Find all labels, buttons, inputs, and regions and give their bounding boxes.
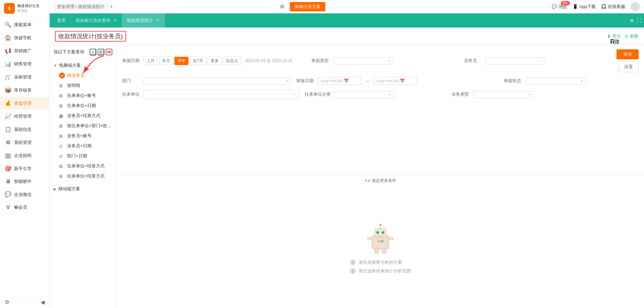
date-tab-custom[interactable]: 自定义 — [223, 57, 241, 65]
sidebar-item-collab[interactable]: 🏢 企业协同 — [0, 149, 49, 162]
content-area: 收款情况统计(按业务员) ⬆ 导出 ↻ 刷新 按以下方案查询 + — [50, 28, 644, 308]
voucher-status-chevron: ▾ — [581, 79, 583, 83]
scheme-item-salesman-date[interactable]: ⊙ 业务员+日期 — [50, 141, 116, 151]
scheme-item-dept-date[interactable]: ⊙ 部门+日期 — [50, 151, 116, 161]
online-service-button[interactable]: 🎧 在线客服 — [601, 4, 625, 10]
sidebar-item-purchase[interactable]: 🛒 采购管理 — [0, 70, 49, 84]
sidebar-item-management[interactable]: 📈 经营管理 — [0, 110, 49, 123]
customer-category-select[interactable]: ▾ — [333, 91, 394, 98]
sidebar-item-quicknav[interactable]: 🏠 快捷导航 — [0, 31, 49, 44]
scheme-item-salesman-account[interactable]: ⊞ 业务员+账号 — [50, 131, 116, 141]
message-button[interactable]: 💬 消息 99+ — [552, 4, 567, 10]
sidebar: 6 畅捷通好生意 标准版 🔍 搜索菜单 🏠 快捷导航 📢 营销推广 📊 销售管理… — [0, 0, 50, 308]
audit-date-end-input[interactable]: yyyy-mm-dd 📅 — [374, 77, 417, 85]
scheme-add-button[interactable]: + — [90, 49, 96, 55]
date-tab-this-month[interactable]: 本月 — [159, 57, 173, 65]
sidebar-item-guide[interactable]: 🎯 新手引导 — [0, 162, 49, 175]
scheme-item-customer-dept-collect[interactable]: ⊞ 按往来单位+部门+收... — [50, 121, 116, 131]
filter-field-voucher-type: 单据类型 ▾ — [311, 57, 459, 64]
content-body: 按以下方案查询 + ⚙ ≪ — [50, 45, 644, 308]
scheme-mobile-group: ▶ 移动端方案 — [50, 183, 116, 195]
scheme-item-customer-date[interactable]: ⊞ 往来单位+日期 — [50, 101, 116, 111]
voucher-type-select[interactable]: ▾ — [333, 57, 393, 64]
sidebar-collapse-icon[interactable]: ◀ — [41, 299, 45, 305]
search-icon: 🔍 — [5, 21, 11, 28]
sidebar-setting-icon[interactable]: ⚙ — [5, 299, 9, 305]
date-tab-this-year[interactable]: 本年 — [174, 57, 189, 65]
sidebar-item-hardware[interactable]: 🖥 智能硬件 — [0, 175, 49, 188]
breadcrumb: 资金管理 / 收款情况统计 — [54, 3, 108, 11]
scheme-setting-button[interactable]: ⚙ — [98, 49, 104, 55]
filter-field-business-type: 业务类型 ▾ — [451, 91, 593, 98]
app-download-button[interactable]: 📱 App下载 — [573, 4, 596, 10]
message-badge: 99+ — [561, 1, 570, 5]
tab-close-receipt-stats[interactable]: ✕ — [156, 18, 160, 23]
scheme-item-detail[interactable]: ⊞ 按明细 — [50, 81, 116, 91]
sidebar-item-search[interactable]: 🔍 搜索菜单 — [0, 18, 49, 31]
sidebar-item-wechat[interactable]: 💬 企业微信 — [0, 188, 49, 201]
home-icon: 🏠 — [5, 35, 11, 41]
scheme-item-salesman[interactable]: ● 按业务员 — [50, 70, 116, 81]
set-button[interactable]: 设置 — [619, 61, 639, 72]
refresh-icon: ↻ — [625, 34, 629, 39]
collapse-icon: ∧∧ — [365, 178, 371, 183]
tab-fullscreen-icon[interactable]: ⛶ — [637, 18, 641, 23]
date-tab-more[interactable]: 更多 — [208, 57, 222, 65]
tab-close-bank-flow[interactable]: ✕ — [114, 18, 117, 23]
date-tab-7days[interactable]: 近7天 — [190, 57, 206, 65]
tab-home[interactable]: 首页 — [52, 13, 71, 28]
trial-button[interactable]: 体验行业方案 — [290, 2, 325, 11]
dropdown-icon[interactable]: ▾ — [110, 4, 113, 9]
dept-select[interactable]: ▾ — [144, 78, 291, 85]
salesman-select[interactable]: ··· — [485, 57, 546, 64]
svg-point-4 — [382, 231, 384, 234]
scheme-item-salesman-settlement[interactable]: ▦ 业务员+结算方式 — [50, 111, 116, 121]
tab-bank-flow[interactable]: 现金银行流水查询 ✕ — [71, 13, 122, 28]
top-bar-left: 资金管理 / 收款情况统计 ▾ — [54, 3, 280, 11]
top-bar-actions: ⚙ 体验行业方案 — [280, 2, 325, 11]
sidebar-nav: 🔍 搜索菜单 🏠 快捷导航 📢 营销推广 📊 销售管理 🛒 采购管理 📦 库存核… — [0, 17, 49, 296]
detail-icon: ⊞ — [59, 83, 65, 88]
sidebar-item-finance[interactable]: 💰 资金管理 — [0, 97, 49, 110]
business-type-select[interactable]: ▾ — [473, 91, 533, 98]
settings-icon[interactable]: ⚙ — [280, 3, 284, 10]
sidebar-item-sales[interactable]: 📊 销售管理 — [0, 57, 49, 70]
filter-field-salesman: 业务员 ··· — [464, 57, 611, 64]
sidebar-item-inventory[interactable]: 📦 库存核算 — [0, 84, 49, 97]
mobile-expand-icon: ▶ — [54, 187, 56, 191]
audit-date-start-input[interactable]: yyyy-mm-dd 📅 — [318, 77, 361, 85]
tab-close-all-icon[interactable]: ✕ — [630, 17, 634, 24]
scheme-sidebar: 按以下方案查询 + ⚙ ≪ — [50, 45, 117, 308]
svg-point-11 — [377, 240, 380, 243]
hint-item-2: 2 用过滤条件来缩小分析范围 — [350, 268, 411, 274]
top-bar: 资金管理 / 收款情况统计 ▾ ⚙ 体验行业方案 💬 消息 99+ 📱 App下… — [50, 0, 644, 13]
scheme-item-customer-settlement1[interactable]: ⊞ 往来单位+结算方式 — [50, 161, 116, 171]
marketing-icon: 📢 — [5, 48, 11, 54]
scheme-group-header-mobile[interactable]: ▶ 移动端方案 — [50, 184, 116, 194]
tab-receipt-stats[interactable]: 收款情况统计 ✕ — [122, 13, 165, 28]
sidebar-item-member[interactable]: V 畅会员 — [0, 201, 49, 214]
svg-point-3 — [376, 231, 379, 234]
customer-select[interactable]: ··· — [144, 90, 299, 99]
filter-field-customer: 往来单位 ··· — [122, 90, 299, 99]
date-range-text: 2023-01-01 至 2023-12-31 — [245, 58, 292, 64]
collapse-bar[interactable]: ∧∧ 收起更多条件 — [117, 175, 644, 186]
date-tab-last-month[interactable]: 上月 — [144, 57, 158, 65]
scheme-item-customer-settlement2[interactable]: ⊞ 往来单位+结算方式 — [50, 171, 116, 181]
voucher-status-select[interactable]: ▾ — [525, 78, 586, 85]
scheme-collapse-button[interactable]: ≪ — [106, 49, 112, 55]
sidebar-item-marketing[interactable]: 📢 营销推广 — [0, 44, 49, 57]
svg-rect-1 — [372, 236, 389, 249]
scheme-item-customer-account[interactable]: ⊞ 往来单位+账号 — [50, 91, 116, 101]
standard-tag: 标准版 — [17, 8, 40, 13]
sidebar-item-system[interactable]: ⚙ 系统管理 — [0, 136, 49, 149]
scheme-group-header-desktop[interactable]: ▼ 电脑端方案 — [50, 60, 116, 70]
query-button[interactable]: 查询 — [616, 49, 639, 59]
salesman-account-icon: ⊞ — [59, 134, 65, 139]
calendar-icon-end: 📅 — [400, 79, 405, 83]
refresh-button[interactable]: ↻ 刷新 — [625, 33, 639, 39]
finance-icon: 💰 — [5, 100, 11, 106]
user-avatar[interactable] — [631, 2, 640, 11]
sidebar-item-basic[interactable]: 📋 基础信息 — [0, 123, 49, 136]
dept-date-icon: ⊙ — [59, 154, 65, 159]
